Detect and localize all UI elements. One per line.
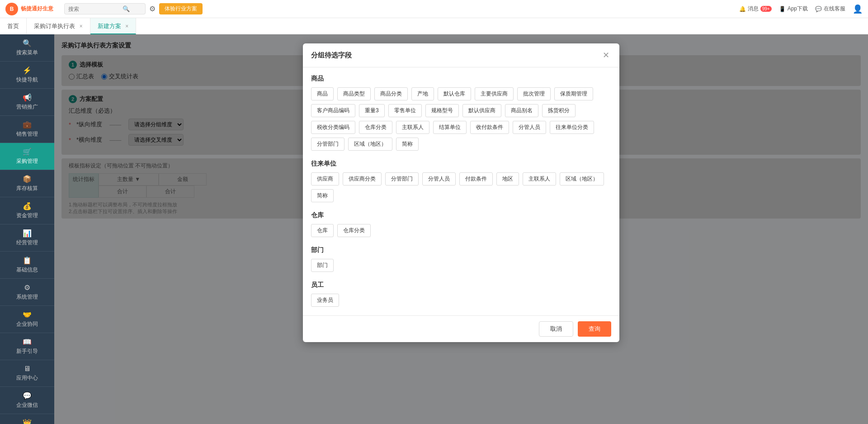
sidebar-item-search[interactable]: 🔍 搜索菜单 (0, 34, 54, 62)
tab-new-plan-close[interactable]: × (125, 23, 128, 29)
section-employee-tags: 业务员 (311, 294, 611, 307)
tab-home[interactable]: 首页 (0, 18, 27, 34)
tag-settlement-unit[interactable]: 结算单位 (433, 121, 467, 134)
sidebar-label-purchase: 采购管理 (16, 157, 38, 165)
tag-dept-partner[interactable]: 分管部门 (385, 172, 419, 186)
sidebar-item-marketing[interactable]: 📢 营销推广 (0, 89, 54, 116)
section-dept: 部门 部门 (311, 246, 611, 272)
modal-body[interactable]: 商品 商品 商品类型 商品分类 产地 默认仓库 主要供应商 批次管理 保质期管理… (303, 67, 619, 315)
confirm-button[interactable]: 查询 (578, 321, 611, 337)
tag-warehouse-category[interactable]: 仓库分类 (337, 224, 371, 237)
app-center-icon: 🖥 (24, 365, 31, 373)
tag-region-partner2[interactable]: 区域（地区） (560, 172, 604, 186)
tag-salesperson[interactable]: 业务员 (311, 294, 339, 307)
experience-btn[interactable]: 体验行业方案 (159, 3, 203, 14)
sidebar-item-wechat[interactable]: 💬 企业微信 (0, 387, 54, 414)
tag-shelf-life[interactable]: 保质期管理 (554, 87, 593, 100)
user-avatar[interactable]: 👤 (853, 4, 863, 14)
tag-origin[interactable]: 产地 (411, 87, 434, 100)
sidebar-label-wechat: 企业微信 (16, 401, 38, 409)
sidebar-item-guide[interactable]: 📖 新手引导 (0, 333, 54, 360)
tag-goods-category[interactable]: 商品分类 (374, 87, 408, 100)
tag-spec-model[interactable]: 规格型号 (425, 104, 459, 117)
sidebar-label-app: 应用中心 (16, 374, 38, 382)
sidebar-item-sales[interactable]: 💼 销售管理 (0, 116, 54, 143)
modal-header: 分组待选字段 ✕ (303, 43, 619, 67)
tab-purchase-exec[interactable]: 采购订单执行表 × (27, 18, 90, 34)
inventory-icon: 📦 (23, 175, 32, 183)
logo-icon: B (5, 3, 18, 15)
section-partner-tags: 供应商 供应商分类 分管部门 分管人员 付款条件 地区 主联系人 区域（地区） … (311, 172, 611, 202)
search-bar[interactable]: 🔍 (64, 3, 146, 14)
modal-overlay: 分组待选字段 ✕ 商品 商品 商品类型 商品分类 产地 默认仓库 (54, 34, 868, 424)
message-item[interactable]: 🔔 消息 99+ (739, 5, 772, 13)
tag-dept[interactable]: 部门 (311, 259, 334, 272)
tag-main-contact[interactable]: 主联系人 (396, 121, 429, 134)
tag-goods-alias[interactable]: 商品别名 (505, 104, 538, 117)
tag-default-warehouse[interactable]: 默认仓库 (438, 87, 471, 100)
tag-region-partner[interactable]: 地区 (496, 172, 519, 186)
modal-title: 分组待选字段 (311, 51, 352, 60)
logo-text: 畅捷通好生意 (21, 5, 53, 13)
tag-main-supplier[interactable]: 主要供应商 (475, 87, 514, 100)
header-right: 🔔 消息 99+ 📱 App下载 💬 在线客服 👤 (739, 4, 863, 14)
tag-partner-cat[interactable]: 往来单位分类 (550, 121, 594, 134)
tag-customer-code[interactable]: 客户商品编码 (311, 104, 355, 117)
sidebar-item-member[interactable]: 👑 畅会员 (0, 414, 54, 424)
tag-short-name-partner[interactable]: 简称 (311, 189, 334, 202)
tag-goods-type[interactable]: 商品类型 (337, 87, 371, 100)
sidebar-label-guide: 新手引导 (16, 348, 38, 355)
sidebar-item-system[interactable]: ⚙ 系统管理 (0, 279, 54, 306)
content-area: 采购订单执行表方案设置 1 选择模板 汇总表 交叉统计表 (54, 34, 868, 424)
tag-payment-terms[interactable]: 收付款条件 (470, 121, 509, 134)
tag-short-name-goods[interactable]: 简称 (396, 138, 419, 151)
sidebar-item-operation[interactable]: 📊 经营管理 (0, 224, 54, 252)
tag-default-supplier[interactable]: 默认供应商 (462, 104, 501, 117)
sidebar-item-finance[interactable]: 💰 资金管理 (0, 197, 54, 224)
search-icon: 🔍 (123, 5, 130, 12)
search-input[interactable] (68, 6, 123, 12)
modal-close-btn[interactable]: ✕ (600, 50, 611, 61)
service-label: 在线客服 (824, 5, 845, 13)
sidebar-label-finance: 资金管理 (16, 212, 38, 219)
section-dept-tags: 部门 (311, 259, 611, 272)
tag-warehouse[interactable]: 仓库 (311, 224, 334, 237)
collab-icon: 🤝 (23, 310, 32, 319)
cancel-button[interactable]: 取消 (539, 321, 573, 337)
sidebar-item-purchase[interactable]: 🛒 采购管理 (0, 143, 54, 170)
tag-dept-mgr[interactable]: 分管部门 (311, 138, 344, 151)
tag-goods[interactable]: 商品 (311, 87, 334, 100)
top-header: B 畅捷通好生意 🔍 ⚙ 体验行业方案 🔔 消息 99+ 📱 App下载 💬 在… (0, 0, 868, 18)
settings-icon[interactable]: ⚙ (149, 5, 156, 13)
online-service[interactable]: 💬 在线客服 (815, 5, 845, 13)
tag-batch-mgmt[interactable]: 批次管理 (517, 87, 551, 100)
tag-pick-points[interactable]: 拣货积分 (542, 104, 576, 117)
tag-supplier[interactable]: 供应商 (311, 172, 339, 186)
guide-icon: 📖 (23, 338, 32, 346)
tab-purchase-close[interactable]: × (80, 23, 83, 29)
tag-retail-unit[interactable]: 零售单位 (388, 104, 422, 117)
tag-main-contact-partner[interactable]: 主联系人 (523, 172, 556, 186)
tag-warehouse-cat[interactable]: 仓库分类 (359, 121, 392, 134)
logo-area: B 畅捷通好生意 (5, 3, 60, 15)
app-download[interactable]: 📱 App下载 (779, 5, 808, 13)
sidebar-item-collab[interactable]: 🤝 企业协同 (0, 306, 54, 333)
sidebar-item-basic-info[interactable]: 📋 基础信息 (0, 252, 54, 279)
tag-manager[interactable]: 分管人员 (513, 121, 546, 134)
sidebar-label-operation: 经营管理 (16, 239, 38, 247)
tag-region-goods[interactable]: 区域（地区） (348, 138, 392, 151)
sidebar-label-sales: 销售管理 (16, 130, 38, 138)
sidebar-item-inventory[interactable]: 📦 库存核算 (0, 170, 54, 197)
app-label: App下载 (788, 5, 808, 13)
tag-weight[interactable]: 重量3 (359, 104, 385, 117)
logo-letter: B (10, 6, 14, 12)
tab-new-plan[interactable]: 新建方案 × (90, 18, 137, 34)
sidebar-item-app[interactable]: 🖥 应用中心 (0, 360, 54, 387)
message-icon: 🔔 (739, 6, 746, 12)
sidebar-item-quick-nav[interactable]: ⚡ 快捷导航 (0, 62, 54, 89)
tag-supplier-cat[interactable]: 供应商分类 (343, 172, 382, 186)
tag-staff-partner[interactable]: 分管人员 (422, 172, 456, 186)
modal-footer: 取消 查询 (303, 315, 619, 342)
tag-tax-code[interactable]: 税收分类编码 (311, 121, 355, 134)
tag-payment-cond[interactable]: 付款条件 (459, 172, 493, 186)
